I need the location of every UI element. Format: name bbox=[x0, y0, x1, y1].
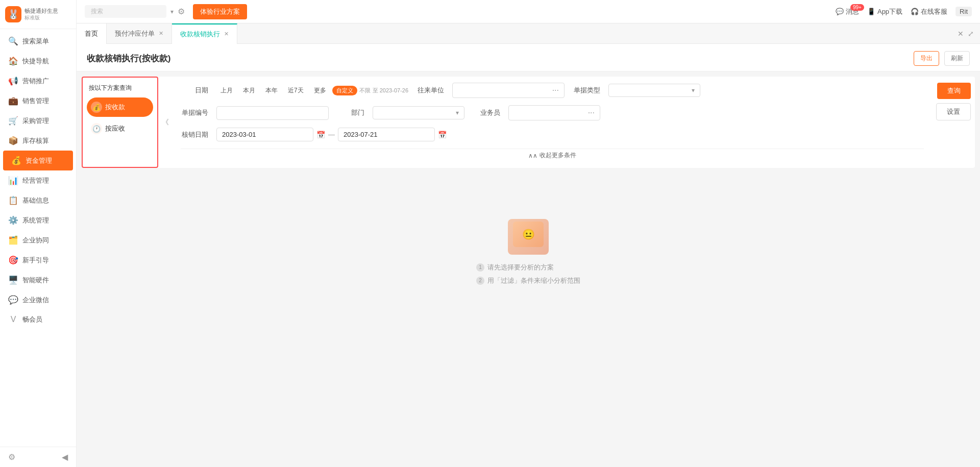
filter-collapse-button[interactable]: 《 bbox=[160, 77, 170, 168]
user-info[interactable]: Rit bbox=[955, 7, 972, 16]
date-range-dash: — bbox=[328, 131, 335, 138]
tab-writeoff-close[interactable]: ✕ bbox=[224, 31, 229, 37]
nav-label-search: 搜索菜单 bbox=[22, 37, 49, 46]
writeoff-date-label: 核销日期 bbox=[181, 130, 208, 139]
export-button[interactable]: 导出 bbox=[914, 51, 939, 66]
sidebar-footer: ⚙ ◀ bbox=[0, 447, 76, 467]
expand-tab-icon[interactable]: ⤢ bbox=[968, 30, 974, 38]
filter-option-by-receipt[interactable]: 💰 按收款 bbox=[87, 97, 153, 117]
sidebar-item-marketing[interactable]: 📢 营销推广 bbox=[0, 71, 76, 91]
nav-label-guide: 新手引导 bbox=[22, 256, 49, 265]
tabbar: 首页 预付冲应付单 ✕ 收款核销执行 ✕ ✕ ⤢ bbox=[77, 23, 980, 44]
sidebar-item-quick-nav[interactable]: 🏠 快捷导航 bbox=[0, 51, 76, 71]
sidebar-item-wechat[interactable]: 💬 企业微信 bbox=[0, 290, 76, 310]
date-more-btn[interactable]: 更多 bbox=[310, 85, 330, 96]
nav-label-finance: 资金管理 bbox=[26, 156, 52, 165]
nav-icon-enterprise: 🗂️ bbox=[8, 235, 18, 245]
filter-scheme-sidebar: 按以下方案查询 💰 按收款 🕐 按应收 bbox=[82, 77, 158, 168]
filter-option-by-receivable[interactable]: 🕐 按应收 bbox=[87, 119, 153, 138]
collapse-more-btn[interactable]: ∧∧ 收起更多条件 bbox=[181, 149, 924, 162]
query-button[interactable]: 查询 bbox=[937, 83, 971, 99]
nav-icon-marketing: 📢 bbox=[8, 76, 18, 86]
date-this-year[interactable]: 本年 bbox=[261, 85, 282, 96]
sidebar-item-basic-info[interactable]: 📋 基础信息 bbox=[0, 190, 76, 210]
nav-icon-search: 🔍 bbox=[8, 36, 18, 46]
doc-type-select[interactable]: ▾ bbox=[608, 84, 700, 97]
filter-row-3: 核销日期 📅 — 📅 bbox=[181, 128, 924, 141]
writeoff-end-date[interactable] bbox=[338, 128, 435, 141]
sidebar-item-purchase[interactable]: 🛒 采购管理 bbox=[0, 111, 76, 131]
sidebar-item-inventory[interactable]: 📦 库存核算 bbox=[0, 131, 76, 151]
nav-label-inventory: 库存核算 bbox=[22, 136, 49, 145]
date-custom-tag[interactable]: 自定义 bbox=[332, 86, 357, 95]
date-last-month[interactable]: 上月 bbox=[216, 85, 237, 96]
writeoff-start-date[interactable] bbox=[216, 128, 313, 141]
settings-icon[interactable]: ⚙ bbox=[8, 452, 15, 462]
sidebar-item-hardware[interactable]: 🖥️ 智能硬件 bbox=[0, 270, 76, 290]
date-to-value: 至 2023-07-26 bbox=[373, 87, 408, 94]
staff-ellipsis-icon[interactable]: ··· bbox=[588, 108, 595, 117]
doc-no-input[interactable] bbox=[216, 106, 329, 120]
date-this-month[interactable]: 本月 bbox=[239, 85, 259, 96]
sidebar-item-search[interactable]: 🔍 搜索菜单 bbox=[0, 31, 76, 51]
page-header: 收款核销执行(按收款) 导出 刷新 bbox=[77, 44, 980, 71]
staff-label: 业务员 bbox=[473, 108, 500, 117]
sidebar-item-sales[interactable]: 💼 销售管理 bbox=[0, 91, 76, 111]
nav-icon-hardware: 🖥️ bbox=[8, 275, 18, 285]
tab-prepay[interactable]: 预付冲应付单 ✕ bbox=[107, 23, 172, 44]
nav-icon-inventory: 📦 bbox=[8, 136, 18, 145]
nav-label-sales: 销售管理 bbox=[22, 96, 49, 106]
writeoff-end-cal-icon[interactable]: 📅 bbox=[438, 131, 447, 139]
sidebar-item-operation[interactable]: 📊 经营管理 bbox=[0, 170, 76, 190]
receivable-icon: 🕐 bbox=[91, 123, 102, 134]
dept-chevron: ▾ bbox=[456, 109, 459, 116]
tab-prepay-close[interactable]: ✕ bbox=[159, 30, 163, 37]
counterparty-label: 往来单位 bbox=[416, 86, 444, 95]
collapse-sidebar-icon[interactable]: ◀ bbox=[62, 452, 68, 462]
close-tab-icon[interactable]: ✕ bbox=[958, 30, 964, 38]
filter-row-2: 单据编号 部门 ▾ 业务员 ··· bbox=[181, 105, 924, 120]
date-label: 日期 bbox=[181, 86, 208, 95]
empty-hint-2: 2 用「过滤」条件来缩小分析范围 bbox=[476, 274, 580, 287]
sidebar-item-enterprise[interactable]: 🗂️ 企业协同 bbox=[0, 230, 76, 250]
logo-icon: 🐰 bbox=[5, 6, 21, 22]
online-service-button[interactable]: 🎧 在线客服 bbox=[911, 7, 947, 16]
empty-hint-1: 1 请先选择要分析的方案 bbox=[476, 261, 580, 274]
date-7days[interactable]: 近7天 bbox=[284, 85, 308, 96]
sidebar: 🐰 畅捷通好生意 标准版 🔍 搜索菜单🏠 快捷导航📢 营销推广💼 销售管理🛒 采… bbox=[0, 0, 77, 467]
nav-icon-system: ⚙️ bbox=[8, 215, 18, 225]
empty-illustration: 😐 bbox=[498, 204, 559, 255]
dept-select[interactable]: ▾ bbox=[373, 106, 464, 119]
tab-home[interactable]: 首页 bbox=[77, 23, 107, 44]
setting-button[interactable]: 设置 bbox=[936, 103, 971, 120]
sidebar-item-system[interactable]: ⚙️ 系统管理 bbox=[0, 210, 76, 230]
nav-label-operation: 经营管理 bbox=[22, 176, 49, 185]
tab-writeoff-label: 收款核销执行 bbox=[180, 30, 220, 39]
topbar-chevron-icon[interactable]: ▾ bbox=[170, 8, 174, 15]
writeoff-date-range: 📅 — 📅 bbox=[216, 128, 447, 141]
tab-writeoff[interactable]: 收款核销执行 ✕ bbox=[172, 23, 237, 44]
app-download-button[interactable]: 📱 App下载 bbox=[867, 7, 902, 16]
topbar: 搜索 ▾ ⚙ 体验行业方案 💬 消息 99+ 📱 App下载 🎧 在线客服 Ri… bbox=[77, 0, 980, 23]
nav-icon-purchase: 🛒 bbox=[8, 116, 18, 126]
empty-face-shape: 😐 bbox=[513, 222, 544, 247]
filter-main: 日期 上月 本月 本年 近7天 更多 自定义 不限 至 2023-07-26 往… bbox=[173, 77, 932, 168]
topbar-gear-icon[interactable]: ⚙ bbox=[178, 7, 185, 16]
sidebar-item-vip[interactable]: V 畅会员 bbox=[0, 310, 76, 329]
doc-no-label: 单据编号 bbox=[181, 108, 208, 117]
staff-select[interactable]: ··· bbox=[508, 105, 600, 120]
message-button[interactable]: 💬 消息 99+ bbox=[836, 7, 859, 16]
tab-home-label: 首页 bbox=[85, 29, 98, 38]
collapse-arrow-icon: ∧∧ bbox=[528, 152, 537, 159]
sidebar-item-finance[interactable]: 💰 资金管理 bbox=[3, 151, 73, 170]
counterparty-select[interactable]: ··· bbox=[452, 83, 565, 98]
writeoff-start-cal-icon[interactable]: 📅 bbox=[316, 131, 325, 139]
refresh-button[interactable]: 刷新 bbox=[944, 51, 970, 66]
nav-label-purchase: 采购管理 bbox=[22, 116, 49, 126]
message-badge: 99+ bbox=[850, 4, 864, 11]
page-actions: 导出 刷新 bbox=[914, 51, 970, 66]
sidebar-item-guide[interactable]: 🎯 新手引导 bbox=[0, 250, 76, 270]
counterparty-ellipsis-icon[interactable]: ··· bbox=[552, 86, 559, 95]
solution-button[interactable]: 体验行业方案 bbox=[193, 4, 247, 19]
nav-icon-finance: 💰 bbox=[11, 156, 21, 165]
